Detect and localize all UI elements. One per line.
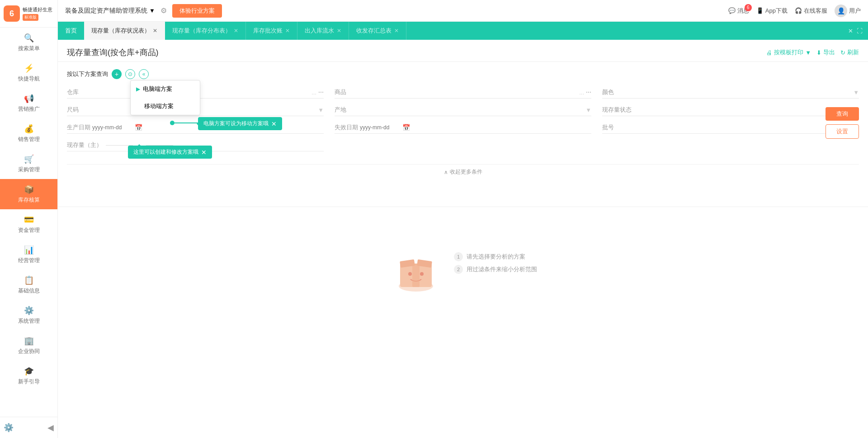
collapse-arrow-icon: ∧ [444,169,448,175]
size-label: 尺码 [67,106,79,114]
sidebar-item-marketing[interactable]: 📢 营销推广 [0,88,57,118]
scheme-panel: ▶ 电脑端方案 移动端方案 [130,80,200,115]
tab-close-all-icon[interactable]: ✕ [848,28,853,34]
tab-close-icon[interactable]: ✕ [394,28,399,34]
trial-button[interactable]: 体验行业方案 [172,4,222,18]
tab-batch-ledger[interactable]: 库存批次账 ✕ [246,22,297,40]
sidebar-item-label: 系统管理 [18,317,40,325]
user-avatar: 👤 [835,5,847,17]
warehouse-more-icon[interactable]: ⋯ [318,89,324,95]
collapse-button[interactable]: ∧ 收起更多条件 [67,164,859,179]
size-dropdown-icon[interactable]: ▼ [318,107,324,113]
collapse-sidebar-icon[interactable]: ◀ [47,423,54,433]
step-2-label: 用过滤条件来缩小分析范围 [467,265,537,273]
header-settings-icon[interactable]: ⚙ [160,6,167,15]
page-actions: 🖨 按模板打印 ▼ ⬇ 导出 ↻ 刷新 [766,48,859,57]
sidebar-item-label: 库存核算 [18,196,40,204]
sidebar-item-management[interactable]: 📊 经营管理 [0,240,57,270]
tab-flow-label: 出入库流水 [305,27,334,35]
produce-calendar-icon[interactable]: 📅 [135,124,142,131]
system-name: 装备及固定资产辅助管理系统 [65,7,147,15]
sidebar-item-guide[interactable]: 🎓 新手引导 [0,361,57,391]
info-icon: 📋 [24,275,34,285]
print-icon: 🖨 [766,49,772,56]
sidebar-item-label: 新手引导 [18,378,40,386]
empty-illustration [389,243,443,297]
tooltip-close-icon[interactable]: ✕ [271,120,277,127]
tab-close-icon[interactable]: ✕ [285,28,290,34]
svg-point-4 [408,272,412,276]
tab-close-icon[interactable]: ✕ [153,28,157,34]
tab-expand-icon[interactable]: ⛶ [857,28,863,34]
filter-copy-button[interactable]: ⊙ [125,69,135,79]
page-header: 现存量查询(按仓库+商品) 🖨 按模板打印 ▼ ⬇ 导出 ↻ [58,40,868,62]
filter-arrow-button[interactable]: « [139,69,149,79]
sidebar-item-finance[interactable]: 💳 资金管理 [0,209,57,240]
sidebar-item-quicknav[interactable]: ⚡ 快捷导航 [0,58,57,88]
stock-status-label: 现存量状态 [602,106,632,114]
tab-summary-label: 收发存汇总表 [356,27,392,35]
empty-step-2: 2 用过滤条件来缩小分析范围 [454,265,537,274]
tooltip-close-icon[interactable]: ✕ [201,149,207,156]
message-action[interactable]: 💬 消息 6 [728,7,749,15]
expire-date-input[interactable] [360,124,401,131]
settings-footer-icon[interactable]: ⚙️ [4,423,14,433]
tab-batch-ledger-label: 库存批次账 [253,27,283,35]
main-area: 装备及固定资产辅助管理系统 ▼ ⚙ 体验行业方案 💬 消息 6 📱 App下载 … [58,0,868,438]
scheme-item-mobile[interactable]: 移动端方案 [131,98,200,115]
filter-area: 按以下方案查询 + ⊙ « ▶ 电脑端方案 移动端方案 [58,62,868,207]
tab-home[interactable]: 首页 [58,22,84,40]
logo-area: 6 畅捷通好生意 标准版 [0,0,57,28]
tooltip-edit-scheme: 这里可以创建和修改方案哦 ✕ [128,146,212,159]
user-action[interactable]: 👤 用户 [835,5,861,17]
app-download-action[interactable]: 📱 App下载 [756,7,788,15]
print-button[interactable]: 🖨 按模板打印 ▼ [766,48,811,57]
sidebar-item-label: 快捷导航 [18,75,40,83]
tab-flow[interactable]: 出入库流水 ✕ [297,22,349,40]
sidebar-item-label: 销售管理 [18,136,40,143]
goods-more-icon[interactable]: ⋯ [586,89,591,95]
tooltip-dot-1 [170,121,175,125]
origin-dropdown-icon[interactable]: ▼ [585,107,591,113]
enterprise-icon: 🏢 [24,336,34,346]
sidebar-item-search[interactable]: 🔍 搜索菜单 [0,28,57,58]
logo-text: 畅捷通好生意 [23,6,52,13]
system-selector[interactable]: 装备及固定资产辅助管理系统 ▼ [65,7,155,15]
empty-steps: 1 请先选择要分析的方案 2 用过滤条件来缩小分析范围 [454,252,537,274]
step-num-2: 2 [454,265,463,274]
sidebar-item-system[interactable]: ⚙️ 系统管理 [0,300,57,330]
tab-close-icon[interactable]: ✕ [234,28,238,34]
produce-date-label: 生产日期 [67,123,90,132]
sidebar-item-basic-info[interactable]: 📋 基础信息 [0,270,57,300]
tab-inventory-dist[interactable]: 现存量（库存分布表） ✕ [165,22,246,40]
scheme-item-desktop[interactable]: ▶ 电脑端方案 [131,80,200,98]
sidebar-item-sales[interactable]: 💰 销售管理 [0,118,57,149]
tab-summary[interactable]: 收发存汇总表 ✕ [349,22,406,40]
origin-filter: 产地 ▼ [335,104,591,116]
sidebar-item-purchase[interactable]: 🛒 采购管理 [0,149,57,179]
filter-add-button[interactable]: + [112,69,122,79]
origin-label: 产地 [335,106,346,114]
header-right: 💬 消息 6 📱 App下载 🎧 在线客服 👤 用户 [728,5,861,17]
search-button[interactable]: 查询 [826,107,859,121]
sidebar-item-enterprise[interactable]: 🏢 企业协同 [0,330,57,361]
sidebar-item-label: 资金管理 [18,226,40,234]
tab-close-icon[interactable]: ✕ [337,28,341,34]
produce-date-input[interactable] [92,124,133,131]
export-button[interactable]: ⬇ 导出 [816,48,835,57]
scheme-arrow-icon: ▶ [136,86,140,92]
sales-icon: 💰 [24,124,34,134]
refresh-button[interactable]: ↻ 刷新 [840,48,859,57]
color-dropdown-icon[interactable]: ▼ [853,89,859,96]
svg-rect-6 [412,264,420,287]
sidebar-item-inventory[interactable]: 📦 库存核算 [0,179,57,209]
online-support-action[interactable]: 🎧 在线客服 [795,7,827,15]
collapse-label: 收起更多条件 [450,168,482,176]
tab-inventory-status-label: 现存量（库存状况表） [91,27,150,35]
batch-label: 批号 [602,123,614,132]
purchase-icon: 🛒 [24,154,34,164]
expire-calendar-icon[interactable]: 📅 [402,124,410,131]
tab-inventory-status[interactable]: 现存量（库存状况表） ✕ [84,22,165,40]
reset-button[interactable]: 设置 [826,124,859,139]
stock-status-filter: 现存量状态 ▼ [602,104,859,116]
